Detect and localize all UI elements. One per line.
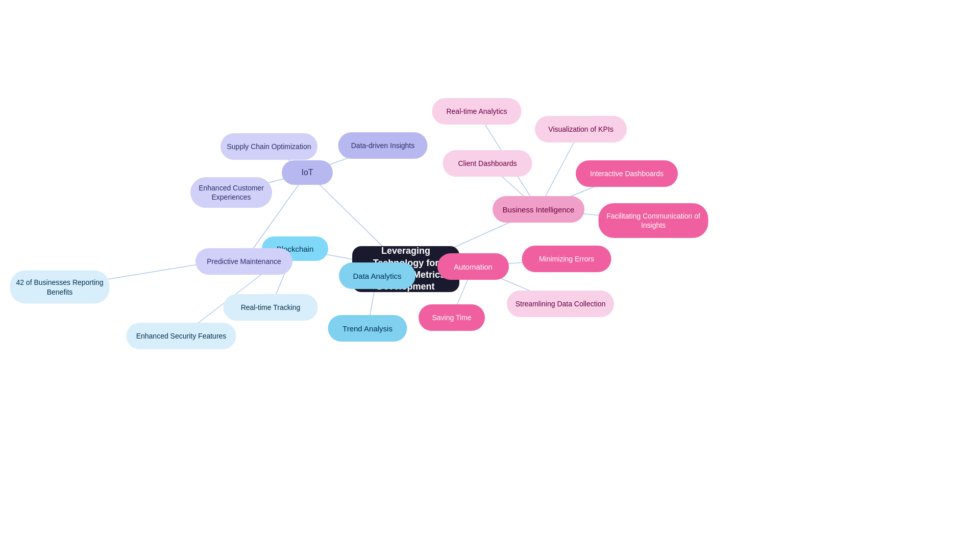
node-iot[interactable]: IoT xyxy=(282,160,333,185)
node-data-insights[interactable]: Data-driven Insights xyxy=(338,132,428,159)
node-client-dash[interactable]: Client Dashboards xyxy=(443,150,532,177)
node-trend[interactable]: Trend Analysis xyxy=(328,315,407,342)
node-supply[interactable]: Supply Chain Optimization xyxy=(220,133,317,160)
mind-map: Leveraging Technology for Enhanced Metri… xyxy=(0,0,980,553)
node-data-analytics[interactable]: Data Analytics xyxy=(339,262,415,289)
node-bi[interactable]: Business Intelligence xyxy=(493,196,584,223)
node-customer[interactable]: Enhanced Customer Experiences xyxy=(190,177,272,208)
node-minimizing[interactable]: Minimizing Errors xyxy=(522,246,611,272)
node-predictive[interactable]: Predictive Maintenance xyxy=(195,248,292,275)
node-realtime-tracking[interactable]: Real-time Tracking xyxy=(224,294,318,321)
node-facilitating[interactable]: Facilitating Communication of Insights xyxy=(599,203,708,238)
node-realtime-analytics[interactable]: Real-time Analytics xyxy=(432,98,522,125)
node-security[interactable]: Enhanced Security Features xyxy=(127,323,236,349)
node-businesses[interactable]: 42 of Businesses Reporting Benefits xyxy=(10,271,110,304)
node-streamlining[interactable]: Streamlining Data Collection xyxy=(507,291,614,317)
node-interactive-dash[interactable]: Interactive Dashboards xyxy=(576,160,678,187)
node-viz-kpi[interactable]: Visualization of KPIs xyxy=(535,116,627,142)
node-automation[interactable]: Automation xyxy=(437,253,509,280)
node-saving[interactable]: Saving Time xyxy=(419,304,485,331)
